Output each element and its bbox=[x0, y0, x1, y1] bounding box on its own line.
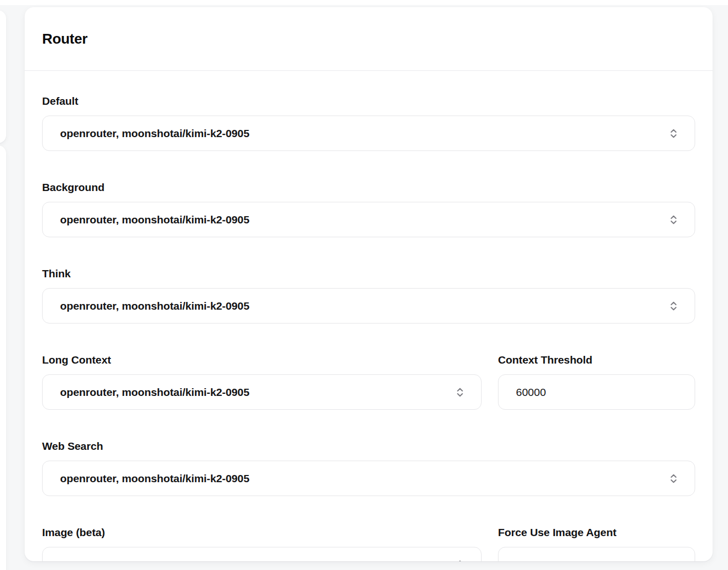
background-label: Background bbox=[42, 180, 695, 195]
web-search-model-select[interactable]: openrouter, moonshotai/kimi-k2-0905 bbox=[42, 461, 695, 496]
field-long-context-row: Long Context openrouter, moonshotai/kimi… bbox=[42, 353, 695, 410]
field-image: Image (beta) bbox=[42, 525, 482, 561]
left-background-card-top bbox=[0, 10, 6, 143]
long-context-model-select[interactable]: openrouter, moonshotai/kimi-k2-0905 bbox=[42, 374, 482, 410]
router-panel-body: Default openrouter, moonshotai/kimi-k2-0… bbox=[25, 71, 713, 561]
think-model-value: openrouter, moonshotai/kimi-k2-0905 bbox=[60, 300, 660, 312]
think-model-select[interactable]: openrouter, moonshotai/kimi-k2-0905 bbox=[42, 288, 695, 324]
long-context-label: Long Context bbox=[42, 353, 482, 367]
chevrons-up-down-icon bbox=[668, 214, 679, 225]
router-panel-header: Router bbox=[25, 7, 713, 71]
default-model-value: openrouter, moonshotai/kimi-k2-0905 bbox=[60, 127, 660, 140]
default-model-select[interactable]: openrouter, moonshotai/kimi-k2-0905 bbox=[42, 116, 695, 151]
field-long-context: Long Context openrouter, moonshotai/kimi… bbox=[42, 353, 482, 410]
router-panel: Router Default openrouter, moonshotai/ki… bbox=[25, 7, 713, 561]
force-use-image-agent-select[interactable] bbox=[498, 547, 695, 561]
field-think: Think openrouter, moonshotai/kimi-k2-090… bbox=[42, 267, 695, 324]
panel-title: Router bbox=[42, 31, 87, 47]
field-image-row: Image (beta) Force Use Image Agent bbox=[42, 525, 695, 561]
field-force-use-image-agent: Force Use Image Agent bbox=[498, 525, 695, 561]
chevrons-up-down-icon bbox=[668, 300, 679, 312]
default-label: Default bbox=[42, 94, 695, 108]
chevrons-up-down-icon bbox=[454, 559, 466, 562]
chevrons-up-down-icon bbox=[454, 387, 466, 398]
image-model-select[interactable] bbox=[42, 547, 482, 561]
long-context-model-value: openrouter, moonshotai/kimi-k2-0905 bbox=[60, 386, 446, 398]
top-header-strip bbox=[0, 0, 728, 5]
field-web-search: Web Search openrouter, moonshotai/kimi-k… bbox=[42, 439, 695, 496]
field-context-threshold: Context Threshold bbox=[498, 353, 695, 410]
web-search-label: Web Search bbox=[42, 439, 695, 453]
context-threshold-input[interactable] bbox=[498, 374, 695, 410]
web-search-model-value: openrouter, moonshotai/kimi-k2-0905 bbox=[60, 472, 660, 485]
field-background: Background openrouter, moonshotai/kimi-k… bbox=[42, 180, 695, 237]
chevrons-up-down-icon bbox=[668, 128, 679, 139]
chevrons-up-down-icon bbox=[668, 473, 679, 484]
background-model-value: openrouter, moonshotai/kimi-k2-0905 bbox=[60, 214, 660, 226]
force-use-image-agent-label: Force Use Image Agent bbox=[498, 525, 695, 540]
router-settings-page: Router Default openrouter, moonshotai/ki… bbox=[0, 0, 728, 570]
background-model-select[interactable]: openrouter, moonshotai/kimi-k2-0905 bbox=[42, 202, 695, 237]
left-background-card-bottom bbox=[0, 145, 6, 570]
field-default: Default openrouter, moonshotai/kimi-k2-0… bbox=[42, 94, 695, 151]
context-threshold-label: Context Threshold bbox=[498, 353, 695, 367]
think-label: Think bbox=[42, 267, 695, 281]
image-label: Image (beta) bbox=[42, 525, 482, 540]
